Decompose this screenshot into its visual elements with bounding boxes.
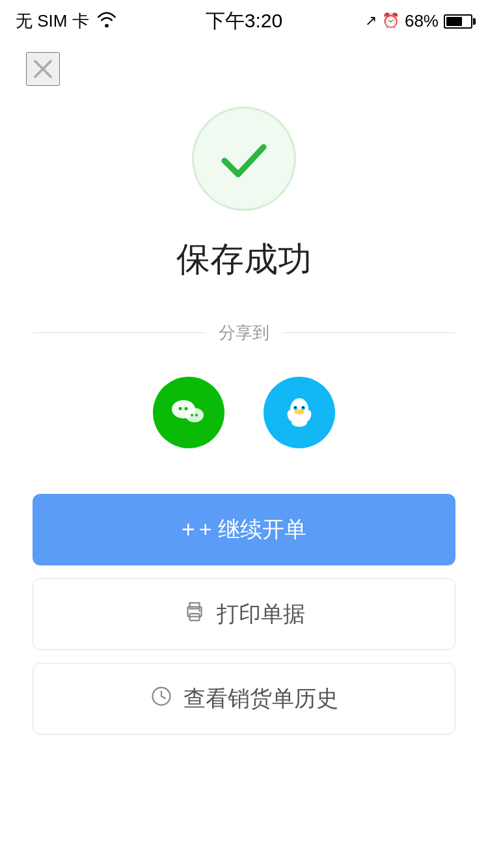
svg-rect-19 (190, 603, 200, 609)
share-label: 分享到 (206, 321, 282, 344)
svg-point-13 (294, 409, 305, 414)
action-buttons: + + 继续开单 打印单据 查看销货单历 (33, 494, 455, 735)
no-sim-label: 无 SIM 卡 (16, 10, 89, 33)
success-icon-circle (192, 107, 296, 211)
continue-order-button[interactable]: + + 继续开单 (33, 494, 455, 565)
printer-icon (183, 600, 206, 629)
svg-point-7 (195, 414, 198, 416)
svg-point-6 (191, 414, 193, 416)
battery-percent: 68% (405, 11, 439, 31)
history-icon (150, 685, 173, 713)
wifi-icon (96, 10, 118, 32)
svg-point-4 (185, 407, 188, 411)
continue-order-label: + 继续开单 (199, 515, 306, 545)
history-label: 查看销货单历史 (183, 684, 338, 714)
print-label: 打印单据 (217, 599, 305, 629)
battery-icon (444, 12, 472, 30)
main-content: 保存成功 分享到 (0, 42, 488, 735)
wechat-share-button[interactable] (153, 377, 224, 448)
success-title: 保存成功 (176, 237, 312, 282)
svg-point-11 (295, 407, 297, 409)
svg-point-12 (303, 407, 305, 409)
share-divider: 分享到 (33, 321, 455, 344)
checkmark-icon (215, 129, 273, 188)
svg-point-3 (179, 407, 182, 411)
location-icon: ↗ (365, 12, 377, 29)
qq-share-button[interactable] (264, 377, 335, 448)
svg-point-5 (185, 408, 204, 422)
plus-icon: + (182, 516, 195, 543)
svg-point-20 (198, 610, 200, 612)
share-icons-row (153, 377, 335, 448)
status-time: 下午3:20 (206, 8, 282, 34)
qq-icon (278, 391, 321, 434)
status-right: ↗ ⏰ 68% (365, 11, 472, 31)
status-bar: 无 SIM 卡 下午3:20 ↗ ⏰ 68% (0, 0, 488, 42)
close-button[interactable] (26, 52, 60, 86)
alarm-icon: ⏰ (382, 12, 400, 29)
print-button[interactable]: 打印单据 (33, 578, 455, 650)
wechat-icon (167, 391, 210, 434)
history-button[interactable]: 查看销货单历史 (33, 663, 455, 735)
status-left: 无 SIM 卡 (16, 10, 118, 33)
